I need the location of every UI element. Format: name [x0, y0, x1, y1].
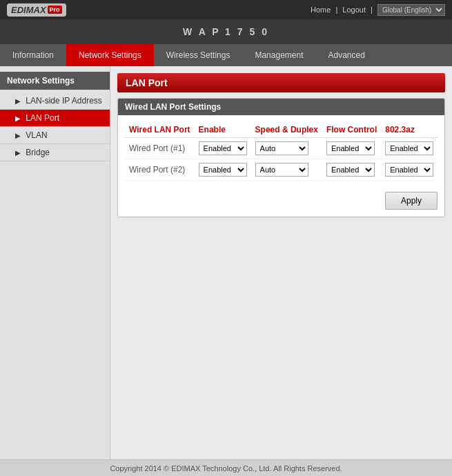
sidebar-item-label: LAN Port [26, 113, 59, 123]
nav-bar: Information Network Settings Wireless Se… [0, 44, 452, 66]
col-speed: Speed & Duplex [251, 122, 322, 138]
arrow-icon: ▶ [15, 132, 21, 139]
footer: Copyright 2014 © EDIMAX Technology Co., … [0, 459, 452, 476]
logo-area: EDIMAX Pro [7, 3, 66, 17]
home-link[interactable]: Home [311, 6, 331, 14]
language-select[interactable]: Global (English) [377, 4, 445, 16]
arrow-icon: ▶ [15, 115, 21, 122]
logout-link[interactable]: Logout [342, 6, 366, 14]
port-2-speed-cell: Auto 10M Half 10M Full 100M Half 100M Fu… [251, 159, 322, 181]
sidebar-header: Network Settings [0, 72, 110, 90]
settings-box: Wired LAN Port Settings Wired LAN Port E… [117, 98, 445, 217]
port-1-speed-cell: Auto 10M Half 10M Full 100M Half 100M Fu… [251, 138, 322, 159]
port-2-label: Wired Port (#2) [125, 159, 195, 181]
sidebar-item-vlan[interactable]: ▶ VLAN [0, 127, 110, 144]
arrow-icon: ▶ [15, 149, 21, 157]
logo-text: EDIMAX [11, 5, 46, 15]
sidebar-item-label: Bridge [26, 148, 50, 157]
col-dot3az: 802.3az [381, 122, 438, 138]
arrow-icon: ▶ [15, 97, 21, 105]
port-table: Wired LAN Port Enable Speed & Duplex Flo… [125, 122, 438, 181]
device-bar: W A P 1 7 5 0 [0, 19, 452, 44]
sidebar-item-lan-ip[interactable]: ▶ LAN-side IP Address [0, 92, 110, 110]
sidebar: Network Settings ▶ LAN-side IP Address ▶… [0, 66, 110, 459]
port-1-enable-cell: Enabled Disabled [195, 138, 251, 159]
edimax-logo: EDIMAX Pro [7, 3, 66, 17]
port-2-dot3az-select[interactable]: Enabled Disabled [385, 163, 433, 177]
port-2-speed-select[interactable]: Auto 10M Half 10M Full 100M Half 100M Fu… [255, 163, 308, 177]
apply-btn-row: Apply [125, 192, 438, 210]
port-2-enable-cell: Enabled Disabled [195, 159, 251, 181]
col-enable: Enable [195, 122, 251, 138]
port-1-enable-select[interactable]: Enabled Disabled [199, 141, 247, 155]
section-title: Wired LAN Port Settings [118, 99, 444, 115]
top-bar: EDIMAX Pro Home | Logout | Global (Engli… [0, 0, 452, 19]
sidebar-item-label: LAN-side IP Address [26, 96, 102, 106]
table-row: Wired Port (#2) Enabled Disabled Auto 10… [125, 159, 438, 181]
nav-management[interactable]: Management [242, 44, 315, 66]
port-1-flow-select[interactable]: Enabled Disabled [326, 141, 375, 155]
port-2-dot3az-cell: Enabled Disabled [381, 159, 438, 181]
nav-wireless-settings[interactable]: Wireless Settings [154, 44, 243, 66]
sidebar-item-label: VLAN [26, 130, 47, 140]
col-flow: Flow Control [322, 122, 381, 138]
sidebar-item-bridge[interactable]: ▶ Bridge [0, 144, 110, 161]
footer-text: Copyright 2014 © EDIMAX Technology Co., … [110, 464, 342, 473]
page-title: LAN Port [117, 73, 445, 92]
pro-badge: Pro [48, 6, 62, 14]
port-2-flow-select[interactable]: Enabled Disabled [326, 163, 375, 177]
col-port: Wired LAN Port [125, 122, 195, 138]
port-1-label: Wired Port (#1) [125, 138, 195, 159]
content-area: LAN Port Wired LAN Port Settings Wired L… [110, 66, 452, 459]
device-title: W A P 1 7 5 0 [183, 26, 269, 37]
port-1-flow-cell: Enabled Disabled [322, 138, 381, 159]
nav-network-settings[interactable]: Network Settings [66, 44, 154, 66]
port-1-dot3az-select[interactable]: Enabled Disabled [385, 141, 433, 155]
port-2-enable-select[interactable]: Enabled Disabled [199, 163, 247, 177]
port-2-flow-cell: Enabled Disabled [322, 159, 381, 181]
sidebar-item-lan-port[interactable]: ▶ LAN Port [0, 110, 110, 127]
top-links: Home | Logout | Global (English) [311, 4, 445, 16]
port-1-speed-select[interactable]: Auto 10M Half 10M Full 100M Half 100M Fu… [255, 141, 308, 155]
apply-button[interactable]: Apply [385, 192, 438, 210]
port-1-dot3az-cell: Enabled Disabled [381, 138, 438, 159]
main-layout: Network Settings ▶ LAN-side IP Address ▶… [0, 66, 452, 459]
table-row: Wired Port (#1) Enabled Disabled Auto 10… [125, 138, 438, 159]
nav-information[interactable]: Information [0, 44, 66, 66]
nav-advanced[interactable]: Advanced [315, 44, 377, 66]
